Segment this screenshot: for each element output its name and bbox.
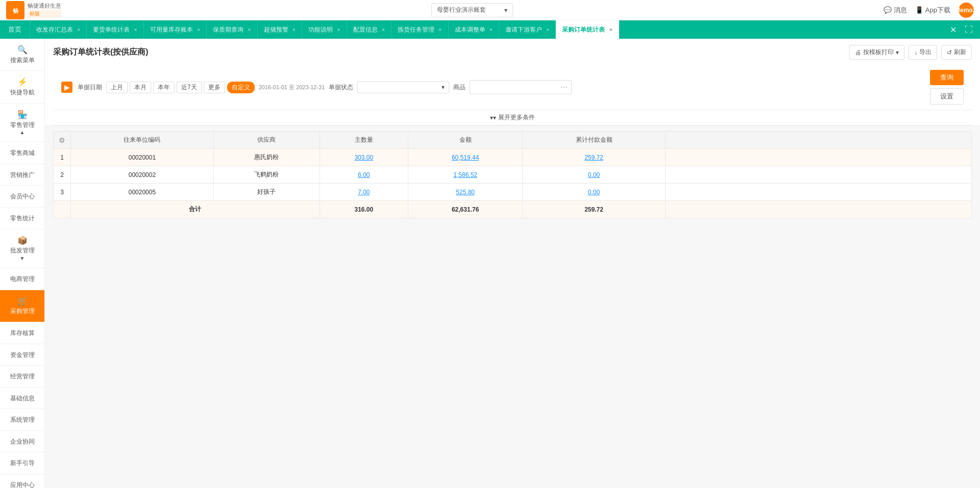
table-row: 3 00020005 好孩子 7.00 525.80 0.00 [54,184,972,201]
sidebar-icon-7: 📦 [17,236,28,246]
row-code-1: 00020002 [71,166,214,184]
template-print-btn[interactable]: 🖨 按模板打印 ▾ [849,45,904,60]
tab-close-6[interactable]: × [382,27,385,33]
sidebar-item-0[interactable]: 🔍搜索菜单 [0,39,44,71]
sidebar-label-6: 零售统计 [10,215,35,223]
sidebar-item-5[interactable]: 会员中心 [0,186,44,208]
sidebar-label-17: 应用中心 [10,481,35,488]
date-btn-more[interactable]: 更多 [204,82,225,93]
sidebar-item-3[interactable]: 零售商城 [0,142,44,164]
col-paid-header: 累计付款金额 [523,132,666,149]
tab-close-5[interactable]: × [337,27,340,33]
col-settings-icon[interactable]: ⚙ [59,136,65,144]
row-amount-0[interactable]: 60,519.44 [408,149,523,166]
sidebar-label-0: 搜索菜单 [10,57,35,65]
export-btn[interactable]: ↓ 导出 [909,45,937,60]
workspace-selector[interactable]: 母婴行业演示账套 ▾ [431,3,513,17]
tab-close-8[interactable]: × [489,27,493,33]
nav-tab-10[interactable]: 采购订单统计表× [556,20,619,39]
main-layout: 🔍搜索菜单⚡快捷导航🏪零售管理▲零售商城营销推广会员中心零售统计📦批发管理▼电商… [0,39,980,488]
sidebar-item-13[interactable]: 基础信息 [0,388,44,409]
tab-close-4[interactable]: × [292,27,296,33]
template-print-label: 按模板打印 [863,48,894,57]
workspace-chevron: ▾ [504,7,507,14]
goods-input[interactable]: ··· [470,80,572,94]
row-num-0: 1 [54,149,71,166]
tab-close-1[interactable]: × [134,27,137,33]
tab-label-1: 要货单统计表 [93,25,130,34]
query-btn[interactable]: 查询 [930,70,964,85]
sidebar-item-12[interactable]: 经营管理 [0,366,44,388]
sidebar-item-16[interactable]: 新手引导 [0,452,44,474]
nav-tab-6[interactable]: 配置信息× [347,20,391,39]
sidebar-label-2: 零售管理 [10,121,35,130]
sidebar-item-10[interactable]: 库存核算 [0,322,44,344]
filter-toggle[interactable]: ▶ [61,82,72,93]
user-area[interactable]: demo2 [959,3,974,18]
refresh-btn[interactable]: ↺ 刷新 [941,45,972,60]
nav-tab-4[interactable]: 超储预警× [258,20,302,39]
logo-area: 畅 畅捷通好生意 标版 [6,1,61,19]
sidebar-item-1[interactable]: ⚡快捷导航 [0,71,44,103]
nav-tab-0[interactable]: 收发存汇总表× [30,20,87,39]
sidebar-item-14[interactable]: 系统管理 [0,409,44,431]
sidebar-item-11[interactable]: 资金管理 [0,344,44,366]
nav-tab-1[interactable]: 要货单统计表× [87,20,143,39]
row-amount-2[interactable]: 525.80 [408,184,523,201]
sidebar-item-17[interactable]: 应用中心 [0,474,44,488]
row-paid-0[interactable]: 259.72 [523,149,666,166]
date-btn-last-month[interactable]: 上月 [106,82,128,93]
row-qty-0[interactable]: 303.00 [320,149,408,166]
nav-tab-5[interactable]: 功能说明× [302,20,347,39]
message-btn[interactable]: 💬 消息 [884,6,907,15]
expand-label: 展开更多条件 [498,113,535,122]
row-code-2: 00020005 [71,184,214,201]
settings-btn[interactable]: 设置 [930,88,964,105]
sidebar-item-2[interactable]: 🏪零售管理▲ [0,104,44,142]
nav-tab-3[interactable]: 保质期查询× [207,20,257,39]
nav-tab-8[interactable]: 成本调整单× [449,20,499,39]
sidebar-item-9[interactable]: 🛒采购管理 [0,290,44,322]
nav-tab-2[interactable]: 可用量库存账本× [144,20,207,39]
row-qty-2[interactable]: 7.00 [320,184,408,201]
sidebar-label-11: 资金管理 [10,351,35,359]
row-paid-2[interactable]: 0.00 [523,184,666,201]
col-extra-header [666,132,972,149]
sidebar-item-7[interactable]: 📦批发管理▼ [0,229,44,268]
sidebar-item-8[interactable]: 电商管理 [0,268,44,290]
sidebar-item-15[interactable]: 企业协同 [0,431,44,453]
page-title-row: 采购订单统计表(按供应商) 🖨 按模板打印 ▾ ↓ 导出 ↺ 刷新 [53,45,972,60]
goods-more-icon[interactable]: ··· [560,83,567,92]
row-amount-1[interactable]: 1,586.52 [408,166,523,184]
row-qty-1[interactable]: 6.00 [320,166,408,184]
tab-close-3[interactable]: × [248,27,251,33]
sidebar-item-4[interactable]: 营销推广 [0,164,44,186]
close-all-btn[interactable]: ✕ [948,24,959,36]
status-select[interactable]: ▾ [357,81,449,93]
app-download-btn[interactable]: 📱 App下载 [915,6,950,15]
date-btn-7days[interactable]: 近7天 [177,82,202,93]
col-amount-header: 金额 [408,132,523,149]
sidebar-label-7: 批发管理 [10,247,35,255]
date-btn-this-year[interactable]: 本年 [153,82,175,93]
status-chevron: ▾ [442,84,445,91]
sidebar-item-6[interactable]: 零售统计 [0,208,44,229]
maximize-btn[interactable]: ⛶ [963,24,975,35]
col-settings-header[interactable]: ⚙ [54,132,71,149]
tab-home[interactable]: 首页 [0,20,30,39]
sidebar-label-9: 采购管理 [10,307,35,316]
tab-close-9[interactable]: × [546,27,549,33]
date-btn-this-month[interactable]: 本月 [130,82,151,93]
nav-tab-7[interactable]: 拣货任务管理× [391,20,448,39]
tab-close-2[interactable]: × [197,27,200,33]
col-supplier-header: 供应商 [213,132,320,149]
tab-close-10[interactable]: × [609,27,612,33]
tab-close-0[interactable]: × [77,27,80,33]
sidebar: 🔍搜索菜单⚡快捷导航🏪零售管理▲零售商城营销推广会员中心零售统计📦批发管理▼电商… [0,39,45,488]
nav-tab-9[interactable]: 邀请下游客户× [499,20,556,39]
page-title: 采购订单统计表(按供应商) [53,47,149,58]
tab-close-7[interactable]: × [438,27,442,33]
expand-btn[interactable]: ▾▾ 展开更多条件 [490,113,535,122]
row-paid-1[interactable]: 0.00 [523,166,666,184]
sidebar-label-15: 企业协同 [10,438,35,446]
